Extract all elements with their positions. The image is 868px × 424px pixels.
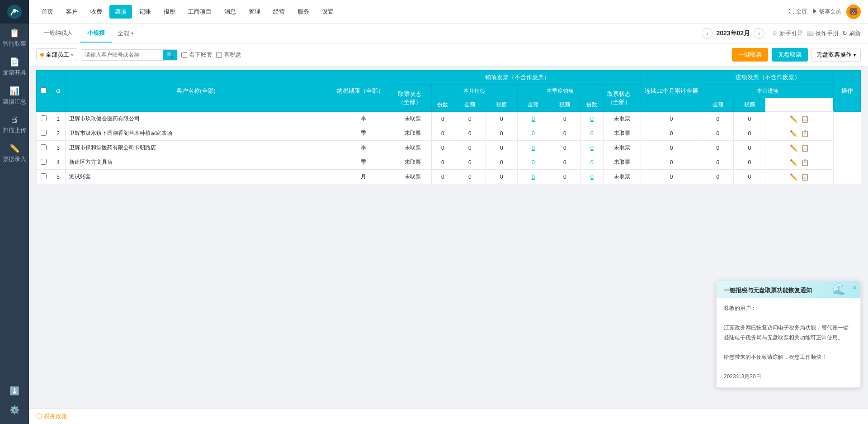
row-q-amount-link[interactable]: 0 <box>532 130 535 137</box>
tab-general-taxpayer[interactable]: 一般纳税人 <box>36 24 80 43</box>
tax-period-filter-icon[interactable]: ▼ <box>386 89 390 94</box>
row-detail-icon[interactable]: 📋 <box>801 173 809 181</box>
row-detail-icon[interactable]: 📋 <box>801 115 809 123</box>
subtabs-right-links: ☆ 新手引导 📖 操作手册 ↻ 刷新 <box>772 29 861 38</box>
row-edit-icon[interactable]: ✏️ <box>790 144 797 152</box>
sidebar-item-scan-upload[interactable]: 🖨 扫描上传 <box>0 110 29 139</box>
notification-close-button[interactable]: × <box>853 284 857 292</box>
row-q-amount-link[interactable]: 0 <box>532 115 535 122</box>
sidebar-logo <box>0 0 29 24</box>
row-edit-icon[interactable]: ✏️ <box>790 159 797 166</box>
search-input[interactable] <box>81 50 163 60</box>
name-account-label: 名下账套 <box>189 51 212 59</box>
row-detail-icon[interactable]: 📋 <box>801 144 809 152</box>
col-p-tax: 税额 <box>734 98 765 112</box>
tab-small-scale[interactable]: 小规模 <box>80 24 112 43</box>
customer-filter-icon[interactable]: ▼ <box>217 89 222 94</box>
sidebar-item-download[interactable]: ⬇️ <box>0 381 29 400</box>
operation-manual-link[interactable]: 📖 操作手册 <box>807 29 839 38</box>
sidebar-item-data-entry[interactable]: ✏️ 票据录入 <box>0 139 29 168</box>
purchase-fetch-filter-icon[interactable]: ▼ <box>632 95 637 100</box>
sidebar-item-invoice-open[interactable]: 📄 发票开具 <box>0 52 29 81</box>
row-checkbox-cell <box>37 155 51 170</box>
nav-customer[interactable]: 客户 <box>61 5 83 19</box>
row-checkbox[interactable] <box>41 159 47 165</box>
no-disk-fetch-button[interactable]: 无盘取票 <box>772 48 808 62</box>
select-all-checkbox[interactable] <box>41 87 47 93</box>
row-detail-icon[interactable]: 📋 <box>801 130 809 137</box>
row-edit-icon[interactable]: ✏️ <box>790 173 797 181</box>
row-checkbox-cell <box>37 141 51 155</box>
nav-management[interactable]: 管理 <box>243 5 266 19</box>
nav-business[interactable]: 工商项目 <box>183 5 217 19</box>
has-tax-checkbox-item[interactable]: 有税盘 <box>216 51 241 59</box>
row-s-tax: 0 <box>486 141 517 155</box>
no-disk-ops-dropdown[interactable]: 无盘取票操作 ▾ <box>811 48 861 62</box>
nav-operation[interactable]: 经营 <box>268 5 290 19</box>
table-row: 2 卫辉市汲水镇下园湖香阁营木种植家庭农场 季 未取票 0 0 0 0 0 0 … <box>37 126 861 141</box>
row-q-amount-link[interactable]: 0 <box>532 144 535 151</box>
nav-invoice[interactable]: 票据 <box>109 5 132 19</box>
nav-message[interactable]: 消息 <box>219 5 241 19</box>
nav-settings[interactable]: 设置 <box>316 5 339 19</box>
period-navigation: ‹ 2023年02月 › <box>702 28 764 39</box>
has-tax-checkbox[interactable] <box>216 52 222 58</box>
page-bottom: ⓘ 税务政策 <box>29 408 868 424</box>
nav-bookkeeping[interactable]: 记账 <box>134 5 156 19</box>
name-account-checkbox-item[interactable]: 名下账套 <box>181 51 212 59</box>
employee-select[interactable]: 全部员工 ▾ <box>36 48 77 61</box>
col-s-count: 份数 <box>431 98 454 112</box>
name-account-checkbox[interactable] <box>181 52 187 58</box>
row-p-amount: 0 <box>702 170 734 184</box>
row-rolling-link[interactable]: 0 <box>590 130 594 137</box>
nav-billing[interactable]: 收费 <box>85 5 108 19</box>
new-guide-link[interactable]: ☆ 新手引导 <box>772 29 803 38</box>
fullscreen-btn[interactable]: ⛶ 全屏 <box>789 8 807 15</box>
row-rolling: 0 <box>580 112 603 126</box>
row-edit-icon[interactable]: ✏️ <box>790 130 797 137</box>
invoice-open-icon: 📄 <box>9 57 19 67</box>
row-customer: 卫辉市保和堂医药有限公司卡朝路店 <box>66 141 333 155</box>
sidebar-item-invoice-summary[interactable]: 📊 票据汇总 <box>0 81 29 110</box>
sidebar-item-settings-bottom[interactable]: ⚙️ <box>0 400 29 419</box>
row-p-tax: 0 <box>734 141 765 155</box>
row-action: ✏️ 📋 <box>765 170 834 184</box>
row-checkbox[interactable] <box>41 173 47 179</box>
period-next-btn[interactable]: › <box>754 28 764 39</box>
one-click-fetch-button[interactable]: 一键取票 <box>732 48 768 62</box>
search-box: 🔍 <box>81 49 178 61</box>
row-detail-icon[interactable]: 📋 <box>801 159 809 166</box>
member-btn[interactable]: ▶ 畅享会员 <box>812 8 841 15</box>
sidebar-item-smart-fetch[interactable]: 📋 智能取票 <box>0 24 29 52</box>
sales-fetch-filter-icon[interactable]: ▼ <box>423 95 428 100</box>
row-q-tax: 0 <box>549 170 580 184</box>
has-tax-label: 有税盘 <box>224 51 241 59</box>
row-rolling-link[interactable]: 0 <box>590 115 594 122</box>
notification-header: 一键报税与无盘取票功能恢复通知 🌊 × <box>717 281 860 298</box>
period-prev-btn[interactable]: ‹ <box>702 28 712 39</box>
row-q-amount-link[interactable]: 0 <box>532 173 535 180</box>
row-rolling-link[interactable]: 0 <box>590 173 594 180</box>
search-button[interactable]: 🔍 <box>163 50 177 60</box>
period-text: 2023年02月 <box>716 29 750 38</box>
toolbar-right: 一键取票 无盘取票 无盘取票操作 ▾ <box>732 48 861 62</box>
row-edit-icon[interactable]: ✏️ <box>790 115 797 123</box>
tab-all[interactable]: 全能 ▾ <box>112 25 139 42</box>
tax-policy-link[interactable]: 税务政策 <box>44 412 67 420</box>
row-checkbox[interactable] <box>41 130 47 136</box>
row-q-amount-link[interactable]: 0 <box>532 159 535 166</box>
refresh-link[interactable]: ↻ 刷新 <box>842 29 861 38</box>
nav-service[interactable]: 服务 <box>292 5 315 19</box>
row-rolling: 0 <box>580 155 603 170</box>
invoice-summary-icon: 📊 <box>9 86 19 96</box>
row-rolling-link[interactable]: 0 <box>590 159 594 166</box>
row-rolling-link[interactable]: 0 <box>590 144 594 151</box>
no-disk-ops-label: 无盘取票操作 <box>816 51 852 59</box>
user-avatar[interactable]: 🐻 <box>846 5 861 19</box>
row-checkbox[interactable] <box>41 144 47 150</box>
nav-items: 首页 客户 收费 票据 记账 报税 工商项目 消息 管理 经营 服务 设置 <box>36 5 789 19</box>
nav-home[interactable]: 首页 <box>36 5 59 19</box>
row-checkbox[interactable] <box>41 115 47 121</box>
col-settings-header: ⚙ <box>51 71 66 112</box>
nav-tax[interactable]: 报税 <box>158 5 181 19</box>
